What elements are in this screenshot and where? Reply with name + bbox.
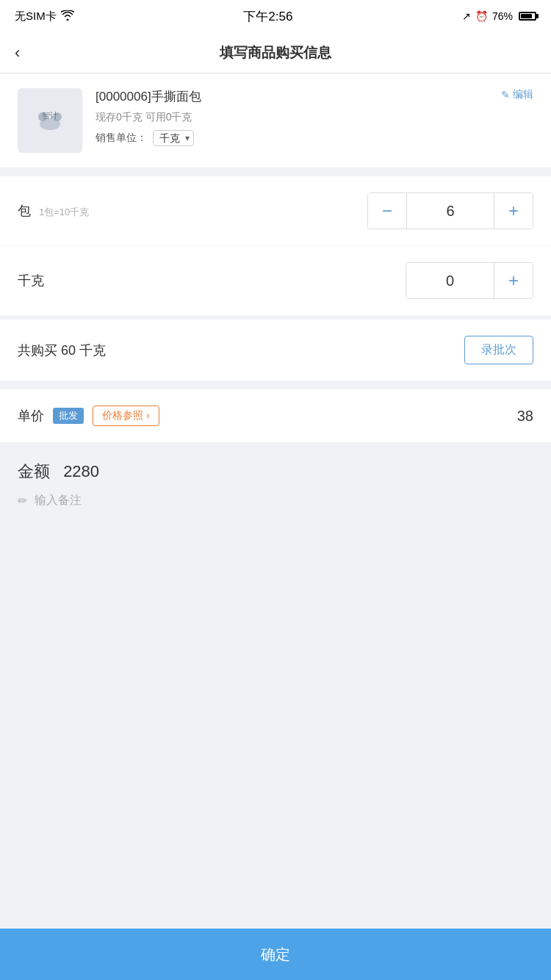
carrier-label: 无SIM卡 xyxy=(15,10,57,24)
unit-select-wrap[interactable]: 千克 xyxy=(153,130,194,146)
edit-icon: ✎ xyxy=(501,89,510,101)
product-name: [0000006]手撕面包 xyxy=(96,88,488,105)
battery-icon xyxy=(519,12,536,21)
summary-row: 共购买 60 千克 录批次 xyxy=(0,320,551,385)
kg-plus-button[interactable]: + xyxy=(494,263,533,298)
kg-quantity-input[interactable] xyxy=(406,263,494,298)
remark-label: 输入备注 xyxy=(35,493,82,508)
quantity-row-kg: 千克 + xyxy=(0,246,551,320)
amount-label: 金额 xyxy=(18,462,50,480)
unit-select[interactable]: 千克 xyxy=(153,130,194,146)
back-button[interactable]: ‹ xyxy=(15,43,20,62)
quantity-control-bao: − + xyxy=(367,192,533,229)
price-batch-tag: 批发 xyxy=(53,408,84,424)
amount-row: 金额 2280 xyxy=(18,461,533,483)
product-image: 智计 xyxy=(18,88,82,153)
quantity-row-bao: 包 1包=10千克 − + xyxy=(0,176,551,246)
unit-label: 销售单位： xyxy=(96,131,147,145)
price-section: 单价 批发 价格参照 › 38 xyxy=(0,389,551,443)
quantity-label-kg: 千克 xyxy=(18,272,150,289)
bao-quantity-input[interactable] xyxy=(406,193,494,228)
page-title: 填写商品购买信息 xyxy=(220,43,331,62)
alarm-icon: ⏰ xyxy=(475,10,488,22)
amount-section: 金额 2280 ✏ 输入备注 xyxy=(0,443,551,520)
summary-text: 共购买 60 千克 xyxy=(18,342,106,359)
battery-label: 76% xyxy=(492,10,513,22)
quantity-control-kg: + xyxy=(406,262,533,299)
status-bar: 无SIM卡 下午2:56 ↗ ⏰ 76% xyxy=(0,0,551,32)
quantity-label-bao: 包 1包=10千克 xyxy=(18,202,150,220)
edit-button[interactable]: ✎ 编辑 xyxy=(501,88,533,101)
remark-icon: ✏ xyxy=(18,494,27,508)
svg-text:智计: 智计 xyxy=(42,111,58,120)
product-card: 智计 [0000006]手撕面包 现存0千克 可用0千克 销售单位： 千克 ✎ … xyxy=(0,73,551,172)
nav-bar: ‹ 填写商品购买信息 xyxy=(0,32,551,73)
product-stock: 现存0千克 可用0千克 xyxy=(96,111,488,124)
product-unit: 销售单位： 千克 xyxy=(96,130,488,146)
record-batch-button[interactable]: 录批次 xyxy=(464,336,533,364)
product-info: [0000006]手撕面包 现存0千克 可用0千克 销售单位： 千克 xyxy=(96,88,488,146)
remark-row[interactable]: ✏ 输入备注 xyxy=(18,493,533,508)
price-label: 单价 xyxy=(18,407,44,425)
bao-minus-button[interactable]: − xyxy=(368,193,406,228)
wifi-icon xyxy=(61,10,74,23)
svg-point-2 xyxy=(40,118,60,130)
quantity-section-bao: 包 1包=10千克 − + 千克 + xyxy=(0,176,551,320)
status-time: 下午2:56 xyxy=(243,8,292,25)
status-left: 无SIM卡 xyxy=(15,10,74,24)
amount-value: 2280 xyxy=(63,462,99,480)
confirm-button[interactable]: 确定 xyxy=(261,945,290,965)
quantity-hint-bao: 1包=10千克 xyxy=(39,206,89,217)
bao-plus-button[interactable]: + xyxy=(494,193,533,228)
price-ref-button[interactable]: 价格参照 › xyxy=(93,406,159,426)
status-right: ↗ ⏰ 76% xyxy=(462,10,536,22)
price-value: 38 xyxy=(517,408,533,425)
location-icon: ↗ xyxy=(462,10,471,22)
edit-label: 编辑 xyxy=(513,88,533,101)
confirm-bar[interactable]: 确定 xyxy=(0,929,551,980)
